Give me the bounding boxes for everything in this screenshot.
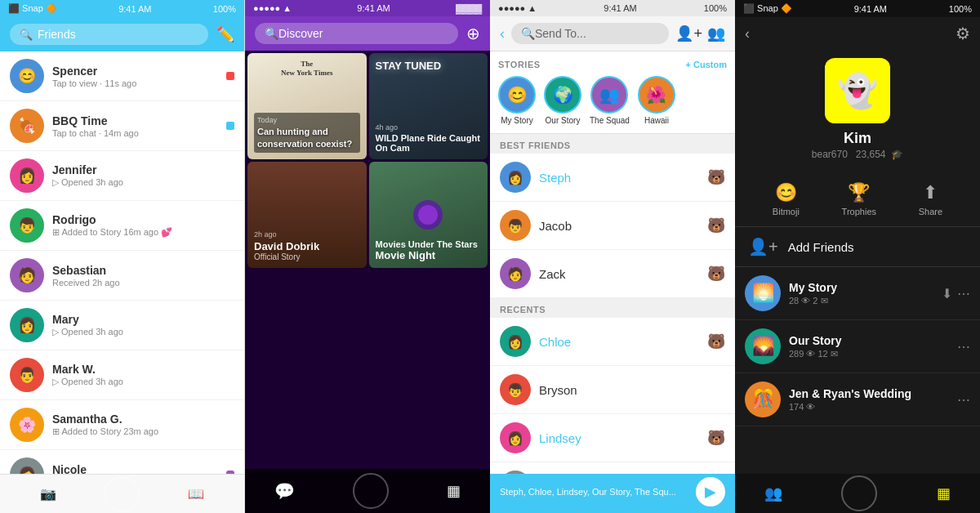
my-story-label: My Story (501, 116, 532, 125)
back-icon[interactable]: ‹ (500, 25, 505, 42)
list-item[interactable]: 👩 Jennifer ▷ Opened 3h ago (0, 151, 244, 201)
bitmoji-icon: 😊 (775, 182, 797, 203)
contact-name: Bryson (539, 383, 577, 397)
stories-icon-2[interactable]: ▦ (447, 482, 461, 500)
emoji-badge: 🐻 (707, 168, 725, 186)
group-icon[interactable]: 👥 (707, 25, 725, 42)
shutter-btn-2[interactable] (353, 473, 389, 509)
battery-3: 100% (704, 3, 727, 13)
sendto-label: Send To... (535, 27, 586, 40)
list-item[interactable]: 👦 Bryson (490, 366, 735, 414)
story-squad[interactable]: 👥 The Squad (590, 76, 630, 125)
friend-name: Spencer (52, 65, 226, 78)
contact-name: Zack (539, 267, 566, 281)
search-icon-2: 🔍 (265, 27, 278, 40)
list-item[interactable]: 👦 Rodrigo ⊞ Added to Story 16m ago 💕 (0, 201, 244, 251)
best-friends-header: BEST FRIENDS (490, 134, 735, 154)
friend-status: Received 2h ago (52, 278, 234, 288)
friend-name: Rodrigo (52, 213, 234, 226)
list-item[interactable]: 👨 Mark W. ▷ Opened 3h ago (0, 350, 244, 400)
time-1: 9:41 AM (118, 4, 151, 14)
our-story-item[interactable]: 🌄 Our Story 289 👁 12 ✉ ⋯ (735, 320, 980, 373)
chat-icon-2[interactable]: 💬 (274, 481, 295, 501)
status-bar-2: ●●●●● ▲ 9:41 AM ▓▓▓▓ (245, 0, 490, 16)
add-friend-icon[interactable]: 👤+ (675, 25, 702, 42)
custom-button[interactable]: + Custom (686, 60, 727, 69)
avatar: 👦 (10, 208, 44, 243)
discover-card-david[interactable]: 2h ago David Dobrik Official Story (247, 162, 367, 268)
list-item[interactable]: 😊 Spencer Tap to view · 11s ago (0, 51, 244, 101)
contact-avatar: 🧑 (500, 258, 531, 289)
discover-search[interactable]: 🔍 Discover (255, 23, 458, 44)
carrier-4: ⬛ Snap 🔶 (743, 3, 792, 14)
snap-icon-4[interactable]: ▦ (937, 484, 951, 502)
add-friends-label: Add Friends (788, 240, 854, 254)
best-friends-list: 👩 Steph 🐻 👦 Jacob 🐻 🧑 Zack 🐻 (490, 154, 735, 298)
story-my[interactable]: 😊 My Story (498, 76, 536, 125)
list-item[interactable]: 👩 Steph 🐻 (490, 154, 735, 202)
sendto-search[interactable]: 🔍 Send To... (511, 23, 669, 44)
friend-status: ▷ Opened 3h ago (52, 327, 234, 337)
bitmoji-action[interactable]: 😊 Bitmoji (773, 182, 800, 216)
list-item[interactable]: 👩 Mary ▷ Opened 3h ago (0, 301, 244, 350)
more-icon[interactable]: ⋯ (957, 286, 970, 301)
contact-name: Steph (539, 171, 571, 185)
profile-header: ‹ ⚙ (735, 17, 980, 50)
settings-icon[interactable]: ⚙ (956, 24, 970, 43)
compose-icon[interactable]: ✏️ (216, 25, 234, 43)
search-icon: 🔍 (20, 29, 33, 41)
friend-status: ▷ Opened 3h ago (52, 377, 234, 387)
card-title-map: Movie Night (376, 249, 482, 261)
camera-icon[interactable]: 📷 (40, 486, 56, 502)
trophies-icon: 🏆 (848, 182, 870, 203)
back-icon-profile[interactable]: ‹ (745, 25, 750, 42)
add-friends-button[interactable]: 👤+ Add Friends (735, 227, 980, 267)
list-item[interactable]: 👩 Chloe 🐻 (490, 318, 735, 366)
profile-handle: bear670 23,654 🎓 (812, 149, 903, 160)
our-story-meta: 289 👁 12 ✉ (789, 349, 957, 359)
ghost-icon: 👻 (837, 72, 878, 110)
snapcode[interactable]: 👻 (825, 58, 890, 123)
status-bar-4: ⬛ Snap 🔶 9:41 AM 100% (735, 0, 980, 17)
my-story-actions: ⬇ ⋯ (942, 286, 970, 301)
friend-name: Samantha G. (52, 413, 234, 426)
status-bar-1: ⬛ Snap 🔶 9:41 AM 100% (0, 0, 244, 17)
wedding-story-item[interactable]: 🎊 Jen & Ryan's Wedding 174 👁 ⋯ (735, 373, 980, 426)
list-item[interactable]: 🍖 BBQ Time Tap to chat · 14m ago (0, 101, 244, 151)
story-our[interactable]: 🌍 Our Story (544, 76, 581, 125)
add-discover-icon[interactable]: ⊕ (466, 24, 480, 43)
squad-label: The Squad (590, 116, 630, 125)
friends-icon-4[interactable]: 👥 (764, 484, 782, 502)
my-story-item[interactable]: 🌅 My Story 28 👁 2 ✉ ⬇ ⋯ (735, 267, 980, 320)
list-item[interactable]: 👩 Lindsey 🐻 (490, 414, 735, 462)
list-item[interactable]: 🌸 Samantha G. ⊞ Added to Story 23m ago (0, 400, 244, 450)
discover-card-map[interactable]: Movies Under The Stars Movie Night (369, 162, 488, 268)
more-icon-2[interactable]: ⋯ (957, 339, 970, 355)
story-hawaii[interactable]: 🌺 Hawaii (638, 76, 675, 125)
shutter-btn[interactable] (104, 476, 140, 512)
card-title-nyt: Can hunting and conservation coexist? (257, 126, 357, 149)
send-button[interactable]: ▶ (696, 477, 725, 506)
friend-name: Sebastian (52, 264, 234, 277)
profile-section: 👻 Kim bear670 23,654 🎓 (735, 50, 980, 172)
list-item[interactable]: 👦 Jacob 🐻 (490, 202, 735, 250)
avatar: 🌸 (10, 408, 44, 442)
time-4: 9:41 AM (854, 4, 887, 14)
list-item[interactable]: 🧑 Zack 🐻 (490, 250, 735, 298)
share-action[interactable]: ⬆ Share (919, 182, 942, 216)
shutter-btn-4[interactable] (841, 475, 877, 511)
discover-card-stay[interactable]: STAY TUNED 4h ago WILD Plane Ride Caught… (369, 53, 488, 159)
discover-header: 🔍 Discover ⊕ (245, 16, 490, 51)
stories-icon[interactable]: 📖 (188, 486, 204, 502)
emoji-badge: 🐻 (707, 332, 725, 350)
friend-status: ⊞ Added to Story 23m ago (52, 426, 234, 437)
friends-search[interactable]: 🔍 Friends (10, 24, 208, 45)
discover-card-nyt[interactable]: TheNew York Times Today Can hunting and … (247, 53, 367, 159)
list-item[interactable]: 🧑 Sebastian Received 2h ago (0, 251, 244, 301)
hawaii-avatar: 🌺 (638, 76, 675, 114)
friend-status: Tap to view · 11s ago (52, 78, 226, 88)
trophies-action[interactable]: 🏆 Trophies (842, 182, 876, 216)
card-title-stay: WILD Plane Ride Caught On Cam (376, 133, 482, 153)
more-icon-3[interactable]: ⋯ (957, 392, 970, 408)
download-icon[interactable]: ⬇ (942, 286, 952, 301)
